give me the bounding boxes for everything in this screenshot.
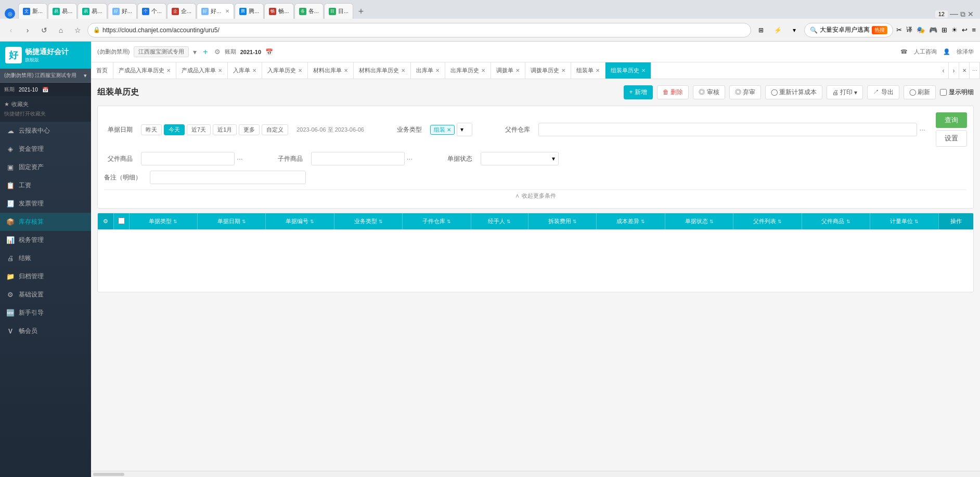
th-unit[interactable]: 计量单位 ⇅ [870, 213, 938, 229]
lightning-button[interactable]: ⚡ [771, 23, 784, 37]
parent-warehouse-more-btn[interactable]: ··· [917, 125, 927, 134]
calendar-period-icon[interactable]: 📅 [265, 48, 273, 56]
tab-more-options[interactable]: ⋯ [970, 62, 980, 79]
window-restore[interactable]: ⧉ [960, 10, 965, 19]
nav-tab-assembly[interactable]: 组装单 ✕ [571, 62, 605, 79]
th-child-warehouse[interactable]: 子件仓库 ⇅ [403, 213, 471, 229]
date-btn-1month[interactable]: 近1月 [213, 124, 237, 135]
sidebar-item-fixed-assets[interactable]: ▣ 固定资产 [0, 158, 91, 176]
date-btn-more[interactable]: 更多 [239, 124, 260, 135]
sidebar-item-settlement[interactable]: 🖨 结账 [0, 249, 91, 267]
remark-input[interactable] [150, 171, 306, 184]
company-selector[interactable]: (勿删勿禁用) 江西服宝测试专用 ▾ [0, 69, 91, 83]
browser-tab-11[interactable]: 目 目... [324, 3, 353, 19]
tab-scroll-right[interactable]: › [949, 62, 959, 79]
th-voucher-no[interactable]: 单据编号 ⇅ [266, 213, 334, 229]
sidebar-item-guide[interactable]: 🆕 新手引导 [0, 304, 91, 322]
th-cost-diff[interactable]: 成本差异 ⇅ [597, 213, 665, 229]
th-parent-goods[interactable]: 父件商品 ⇅ [802, 213, 870, 229]
sidebar-item-invoice[interactable]: 🧾 发票管理 [0, 195, 91, 213]
window-minimize[interactable]: — [950, 9, 958, 19]
outbound-close[interactable]: ✕ [435, 68, 440, 73]
child-goods-more-btn[interactable]: ··· [405, 154, 415, 163]
browser-tab-1[interactable]: 文 新... [18, 3, 47, 19]
delete-button[interactable]: 🗑 删除 [657, 85, 689, 99]
calendar-icon[interactable]: 📅 [42, 87, 48, 93]
parent-goods-input[interactable] [141, 152, 235, 165]
sidebar-item-fund[interactable]: ◈ 资金管理 [0, 140, 91, 158]
parent-warehouse-input[interactable] [538, 123, 917, 136]
date-btn-today[interactable]: 今天 [164, 124, 185, 135]
sidebar-item-archive[interactable]: 📁 归档管理 [0, 267, 91, 286]
query-button[interactable]: 查询 [936, 112, 967, 128]
settings-button[interactable]: 设置 [936, 130, 967, 147]
nav-tab-inbound[interactable]: 入库单 ✕ [228, 62, 262, 79]
tab-scroll-left[interactable]: ‹ [938, 62, 949, 79]
refresh-button[interactable]: ◯ 刷新 [904, 85, 936, 99]
dispatch-close[interactable]: ✕ [515, 68, 520, 73]
nav-tab-outbound-history[interactable]: 出库单历史 ✕ [445, 62, 491, 79]
qr-button[interactable]: ⊞ [754, 23, 768, 37]
prod-inbound-history-close[interactable]: ✕ [166, 68, 171, 73]
dispatch-history-close[interactable]: ✕ [561, 68, 565, 73]
search-bar[interactable]: 🔍 大量安卓用户逃离 热搜 [804, 23, 893, 37]
add-button[interactable]: + 新增 [624, 85, 653, 99]
translate-icon[interactable]: 译 [906, 25, 912, 34]
game-icon[interactable]: 🎮 [929, 26, 937, 34]
browser-tab-2[interactable]: 易 易... [48, 3, 77, 19]
date-btn-7days[interactable]: 近7天 [187, 124, 211, 135]
bookmark-button[interactable]: ☆ [71, 23, 84, 37]
sidebar-item-cloud-report[interactable]: ☁ 云报表中心 [0, 122, 91, 140]
th-biz-type[interactable]: 业务类型 ⇅ [334, 213, 402, 229]
back-button[interactable]: ‹ [4, 23, 18, 37]
nav-tab-material-out[interactable]: 材料出库单 ✕ [308, 62, 354, 79]
sidebar-item-inventory[interactable]: 📦 库存核算 [0, 213, 91, 231]
child-goods-input[interactable] [311, 152, 405, 165]
th-voucher-status[interactable]: 单据状态 ⇅ [665, 213, 733, 229]
biz-type-dropdown[interactable]: ▾ [457, 123, 472, 136]
date-btn-yesterday[interactable]: 昨天 [141, 124, 162, 135]
th-disassembly-fee[interactable]: 拆装费用 ⇅ [528, 213, 596, 229]
nav-tab-prod-inbound-history[interactable]: 产成品入库单历史 ✕ [113, 62, 176, 79]
recalc-button[interactable]: ◯ 重新计算成本 [765, 85, 822, 99]
menu-icon[interactable]: ≡ [972, 26, 976, 34]
forward-button[interactable]: › [21, 23, 34, 37]
audit-button[interactable]: ◎ 审核 [693, 85, 725, 99]
biz-type-tag-remove[interactable]: ✕ [447, 127, 451, 133]
nav-tab-dispatch-history[interactable]: 调拨单历史 ✕ [525, 62, 571, 79]
browser-tab-5[interactable]: 个 个... [137, 3, 166, 19]
th-check[interactable] [113, 213, 129, 229]
th-voucher-date[interactable]: 单据日期 ⇅ [197, 213, 265, 229]
browser-tab-9[interactable]: 畅 畅... [264, 3, 293, 19]
material-out-close[interactable]: ✕ [344, 68, 348, 73]
company-dropdown-btn[interactable]: ▾ [193, 48, 197, 56]
horizontal-scrollbar[interactable] [91, 471, 980, 477]
nav-tab-inbound-history[interactable]: 入库单历史 ✕ [262, 62, 308, 79]
nav-tab-material-out-history[interactable]: 材料出库单历史 ✕ [354, 62, 411, 79]
th-voucher-type[interactable]: 单据类型 ⇅ [129, 213, 197, 229]
tab-close-7[interactable]: ✕ [225, 8, 229, 14]
nav-tab-home[interactable]: 首页 [91, 62, 113, 79]
settings-gear-icon[interactable]: ⚙ [214, 48, 221, 56]
abandon-button[interactable]: ◎ 弃审 [729, 85, 761, 99]
reload-button[interactable]: ↺ [37, 23, 51, 37]
home-button[interactable]: ⌂ [54, 23, 68, 37]
browser-tab-8[interactable]: 腾 腾... [235, 3, 264, 19]
scissors-icon[interactable]: ✂ [896, 26, 902, 34]
show-detail-input[interactable] [940, 89, 947, 96]
assembly-close[interactable]: ✕ [596, 68, 600, 73]
window-close[interactable]: ✕ [968, 10, 974, 18]
nav-tab-assembly-history[interactable]: 组装单历史 ✕ [605, 62, 651, 79]
export-button[interactable]: ↗ 导出 [867, 85, 899, 99]
nav-tab-dispatch[interactable]: 调拨单 ✕ [491, 62, 525, 79]
inbound-history-close[interactable]: ✕ [298, 68, 302, 73]
close-all-tabs[interactable]: ✕ [959, 62, 970, 79]
sidebar-item-vip[interactable]: V 畅会员 [0, 322, 91, 340]
undo-icon[interactable]: ↩ [962, 26, 968, 34]
sidebar-item-basic-settings[interactable]: ⚙ 基础设置 [0, 286, 91, 304]
th-handler[interactable]: 经手人 ⇅ [471, 213, 528, 229]
prod-inbound-close[interactable]: ✕ [218, 68, 222, 73]
add-company-btn[interactable]: + [201, 47, 210, 57]
browser-tab-10[interactable]: 各 各... [294, 3, 324, 19]
assembly-history-close[interactable]: ✕ [641, 68, 646, 73]
